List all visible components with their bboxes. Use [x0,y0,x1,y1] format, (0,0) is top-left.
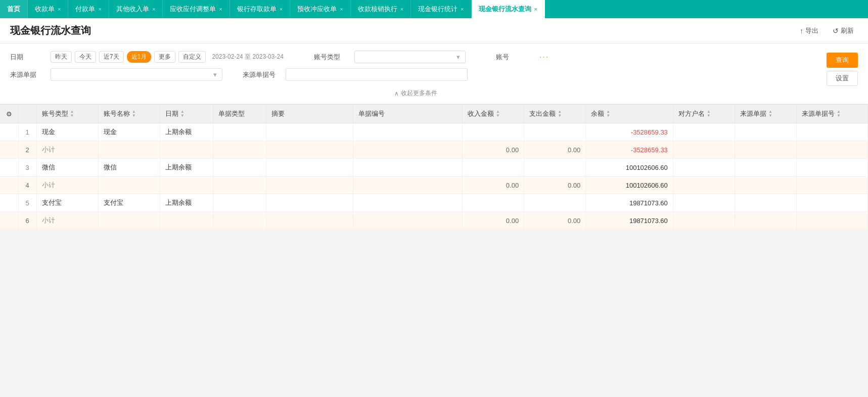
cell-doc-no [353,159,463,177]
cell-doc-no [353,212,463,230]
cell-date: 上期余额 [160,194,213,212]
nav-label-cash-stat: 现金银行统计 [418,5,458,14]
nav-item-bank-deposit[interactable]: 银行存取款单 × [230,0,290,18]
cell-doc-type [213,194,266,212]
column-doc-no: 单据编号 [353,105,463,123]
date-btn-yesterday[interactable]: 昨天 [51,51,72,63]
date-btn-custom[interactable]: 自定义 [178,51,206,63]
account-type-select[interactable]: ▾ [354,51,466,63]
data-table: ⚙ 账号类型 ▲▼ 账号名称 ▲▼ 日期 [0,104,868,230]
chevron-down-icon-2: ▾ [213,71,217,78]
cell-account-name [98,212,160,230]
nav-label-bank-deposit: 银行存取款单 [237,5,277,14]
nav-item-writeoff[interactable]: 收款核销执行 × [351,0,411,18]
cell-gear [0,194,18,212]
account-ellipsis-btn[interactable]: ··· [536,53,552,62]
cell-summary [266,212,353,230]
column-expense[interactable]: 支出金额 ▲▼ [524,105,586,123]
cell-counterparty [673,212,735,230]
cell-balance: -3528659.33 [586,141,673,159]
column-gear[interactable]: ⚙ [0,105,18,123]
date-btn-1month[interactable]: 近1月 [127,51,152,63]
refresh-button[interactable]: ↺ 刷新 [829,24,858,37]
cell-num: 3 [18,159,36,177]
account-type-label: 账号类型 [314,53,344,62]
column-account-type[interactable]: 账号类型 ▲▼ [36,105,98,123]
cell-date: 上期余额 [160,159,213,177]
table-row[interactable]: 6 小计 0.00 0.00 19871073.60 [0,212,868,230]
nav-close-writeoff[interactable]: × [400,6,403,12]
cell-source-doc-no [797,159,868,177]
column-source-doc[interactable]: 来源单据 ▲▼ [735,105,796,123]
export-button[interactable]: ↑ 导出 [796,24,823,37]
cell-source-doc-no [797,141,868,159]
nav-item-cash-stat[interactable]: 现金银行统计 × [411,0,471,18]
column-balance[interactable]: 余额 ▲▼ [586,105,673,123]
column-counterparty[interactable]: 对方户名 ▲▼ [673,105,735,123]
nav-close-cash-stat[interactable]: × [461,6,464,12]
nav-item-payment[interactable]: 付款单 × [68,0,109,18]
nav-label-prepaid: 预收冲应收单 [297,5,337,14]
table-row[interactable]: 3 微信 微信 上期余额 100102606.60 [0,159,868,177]
date-btn-7days[interactable]: 近7天 [99,51,124,63]
cell-source-doc [735,177,796,194]
cell-doc-type [213,177,266,194]
source-doc-select[interactable]: ▾ [51,68,222,81]
filter-actions: 查询 设置 [827,51,858,86]
column-source-doc-no[interactable]: 来源单据号 ▲▼ [797,105,868,123]
column-income[interactable]: 收入金额 ▲▼ [463,105,524,123]
nav-close-payment[interactable]: × [98,6,101,12]
cell-expense: 0.00 [524,177,586,194]
cell-expense [524,194,586,212]
cell-summary [266,177,353,194]
cell-date: 上期余额 [160,123,213,141]
column-summary: 摘要 [266,105,353,123]
cell-doc-no [353,194,463,212]
table-row[interactable]: 4 小计 0.00 0.00 100102606.60 [0,177,868,194]
nav-close-ar-ap-adjust[interactable]: × [219,6,222,12]
cell-summary [266,141,353,159]
nav-item-other-income[interactable]: 其他收入单 × [109,0,163,18]
account-label: 账号 [496,53,526,62]
query-button[interactable]: 查询 [827,53,858,68]
settings-button[interactable]: 设置 [827,71,858,86]
chevron-up-icon: ∧ [394,90,399,97]
export-label: 导出 [805,26,818,35]
cell-expense [524,123,586,141]
column-account-name[interactable]: 账号名称 ▲▼ [98,105,160,123]
cell-counterparty [673,194,735,212]
collapse-bar[interactable]: ∧ 收起更多条件 [10,86,821,99]
table-row[interactable]: 5 支付宝 支付宝 上期余额 19871073.60 [0,194,868,212]
cell-counterparty [673,159,735,177]
nav-close-prepaid[interactable]: × [340,6,343,12]
date-options: 昨天 今天 近7天 近1月 更多 自定义 [51,51,284,63]
source-doc-no-input[interactable] [286,68,468,81]
page-header: 现金银行流水查询 ↑ 导出 ↺ 刷新 [0,18,868,43]
nav-close-other-income[interactable]: × [152,6,155,12]
nav-item-prepaid[interactable]: 预收冲应收单 × [290,0,350,18]
filter-main: 日期 昨天 今天 近7天 近1月 更多 [10,51,821,99]
cell-doc-no [353,177,463,194]
nav-label-cash-flow: 现金银行流水查询 [479,5,531,14]
cell-income [463,123,524,141]
date-filter-label: 日期 [10,53,40,62]
cell-account-type: 微信 [36,159,98,177]
table-row[interactable]: 2 小计 0.00 0.00 -3528659.33 [0,141,868,159]
cell-account-name: 现金 [98,123,160,141]
column-date[interactable]: 日期 ▲▼ [160,105,213,123]
nav-item-cash-flow[interactable]: 现金银行流水查询 × [472,0,545,18]
cell-gear [0,123,18,141]
nav-item-home[interactable]: 首页 [0,0,28,18]
filter-row-2: 来源单据 ▾ 来源单据号 [10,68,821,81]
nav-close-receipt[interactable]: × [58,6,61,12]
cell-source-doc [735,212,796,230]
cell-account-type: 支付宝 [36,194,98,212]
nav-item-receipt[interactable]: 收款单 × [28,0,68,18]
nav-close-bank-deposit[interactable]: × [280,6,283,12]
table-row[interactable]: 1 现金 现金 上期余额 -3528659.33 [0,123,868,141]
nav-item-ar-ap-adjust[interactable]: 应收应付调整单 × [163,0,230,18]
filter-row-1: 日期 昨天 今天 近7天 近1月 更多 [10,51,821,63]
date-btn-today[interactable]: 今天 [75,51,96,63]
nav-close-cash-flow[interactable]: × [534,6,537,12]
date-btn-more[interactable]: 更多 [154,51,175,63]
